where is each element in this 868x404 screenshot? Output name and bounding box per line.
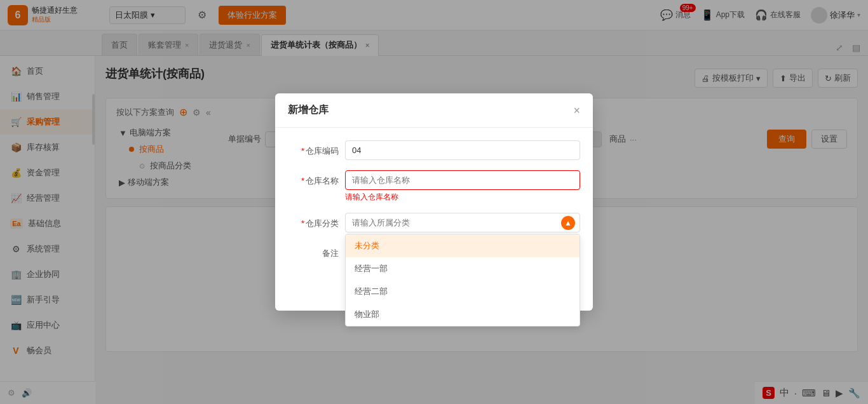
warehouse-name-field: 请输入仓库名称 [345, 170, 580, 203]
modal-title: 新增仓库 [288, 104, 329, 117]
modal-close-icon[interactable]: × [573, 105, 580, 116]
modal-header: 新增仓库 × [275, 93, 593, 128]
warehouse-name-error: 请输入仓库名称 [345, 192, 580, 203]
dropdown-item-no-category[interactable]: 未分类 [346, 234, 580, 257]
modal-body: *仓库编码 *仓库名称 请输入仓库名称 *仓库分类 [275, 128, 593, 273]
form-row-warehouse-name: *仓库名称 请输入仓库名称 [288, 170, 580, 203]
form-row-warehouse-code: *仓库编码 [288, 140, 580, 160]
warehouse-code-input[interactable] [345, 140, 580, 160]
modal-overlay: 新增仓库 × *仓库编码 *仓库名称 请输入仓库名称 [0, 0, 868, 404]
dropdown-item-property[interactable]: 物业部 [346, 303, 580, 326]
form-row-warehouse-category: *仓库分类 ▲ 未分类 经营一部 经营二部 物业部 [288, 213, 580, 232]
remark-label: 备注 [288, 243, 339, 259]
category-up-icon[interactable]: ▲ [561, 216, 575, 230]
dropdown-item-dept1[interactable]: 经营一部 [346, 257, 580, 280]
warehouse-category-field: ▲ 未分类 经营一部 经营二部 物业部 [345, 213, 580, 232]
category-dropdown: 未分类 经营一部 经营二部 物业部 [345, 234, 580, 327]
warehouse-name-label: *仓库名称 [288, 170, 339, 187]
dropdown-item-dept2[interactable]: 经营二部 [346, 280, 580, 303]
warehouse-code-label: *仓库编码 [288, 140, 339, 157]
warehouse-name-input[interactable] [345, 170, 580, 190]
warehouse-category-input[interactable] [345, 213, 580, 232]
category-input-wrap: ▲ [345, 213, 580, 232]
new-warehouse-modal: 新增仓库 × *仓库编码 *仓库名称 请输入仓库名称 [275, 93, 593, 311]
warehouse-category-label: *仓库分类 [288, 213, 339, 229]
warehouse-code-field [345, 140, 580, 160]
